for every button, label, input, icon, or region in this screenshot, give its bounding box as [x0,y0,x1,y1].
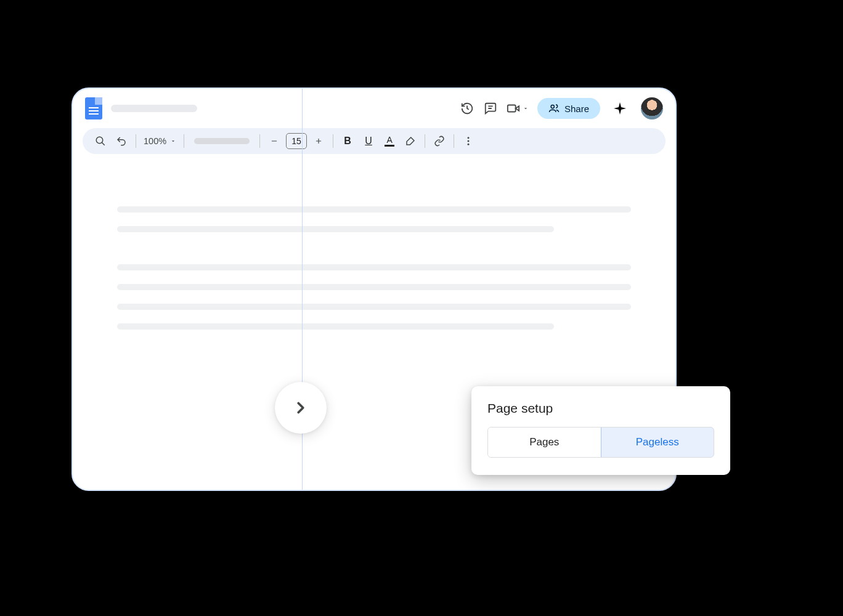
document-title-placeholder[interactable] [111,105,197,112]
highlight-icon[interactable] [401,132,420,150]
text-line-placeholder [117,264,631,270]
pageless-option[interactable]: Pageless [601,427,715,458]
link-icon[interactable] [430,132,449,150]
pages-option[interactable]: Pages [488,428,601,457]
share-label: Share [564,103,589,114]
underline-icon[interactable]: U [359,132,378,150]
chevron-down-icon [170,138,176,144]
increase-font-icon[interactable] [309,132,328,150]
svg-rect-2 [508,105,516,112]
text-color-icon[interactable]: A [380,132,399,150]
font-size-input[interactable]: 15 [286,133,307,149]
text-line-placeholder [117,304,631,310]
text-line-placeholder [117,323,554,330]
expand-fab[interactable] [275,382,327,434]
avatar[interactable] [641,97,663,120]
separator [184,134,184,148]
people-icon [548,103,560,114]
svg-point-11 [468,140,470,142]
comment-icon[interactable] [483,101,498,116]
text-line-placeholder [117,226,554,232]
separator [333,134,333,148]
zoom-dropdown[interactable]: 100% [141,136,179,146]
history-icon[interactable] [460,101,474,116]
svg-point-12 [468,144,470,145]
chevron-right-icon [291,399,310,417]
separator [259,134,260,148]
svg-point-4 [551,105,554,108]
page-setup-popup: Page setup Pages Pageless [471,386,730,475]
bold-icon[interactable]: B [338,132,357,150]
more-icon[interactable] [459,132,478,150]
meet-button[interactable] [507,102,529,115]
search-icon[interactable] [91,132,110,150]
sparkle-icon[interactable] [613,101,627,116]
undo-icon[interactable] [112,132,131,150]
separator [454,134,454,148]
share-button[interactable]: Share [537,98,600,119]
zoom-value: 100% [144,136,166,146]
separator [136,134,136,148]
header: Share [73,89,675,128]
docs-logo-icon[interactable] [85,97,102,120]
text-line-placeholder [117,206,631,213]
svg-line-6 [102,142,105,145]
svg-point-5 [96,137,103,144]
toolbar: 100% 15 B U A [83,128,666,154]
svg-point-10 [468,137,470,139]
separator [425,134,425,148]
decrease-font-icon[interactable] [265,132,283,150]
text-line-placeholder [117,284,631,290]
font-selector-placeholder[interactable] [194,138,250,144]
popup-title: Page setup [487,401,714,416]
font-size-value: 15 [291,136,301,146]
chevron-down-icon [523,105,529,111]
page-mode-segmented: Pages Pageless [487,427,714,458]
